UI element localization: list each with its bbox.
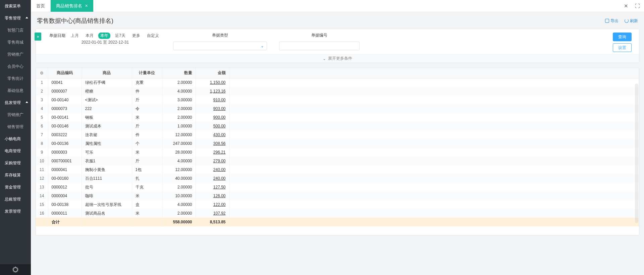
fullscreen-icon[interactable]: ⛶ — [634, 3, 641, 9]
cell-name: 超细一次性弓形牙线 — [82, 200, 132, 209]
cell-unit: 盒 — [132, 200, 162, 209]
sidebar-item-member-center[interactable]: 会员中心 — [0, 60, 31, 72]
query-button[interactable]: 查询 — [613, 33, 632, 41]
table-row[interactable]: 70003222连衣裙件12.00000430.00 — [36, 130, 639, 139]
cell-qty: 12.00000 — [162, 165, 196, 174]
expand-filters[interactable]: ⌄ 展开更多条件 — [36, 54, 639, 63]
table-row[interactable]: 130000012批号千克2.00000127.50 — [36, 183, 639, 191]
close-all-icon[interactable]: ✕ — [623, 3, 629, 9]
sidebar-item-purchase[interactable]: 采购管理 — [0, 157, 31, 169]
sidebar-item-invoice[interactable]: 发票管理 — [0, 205, 31, 217]
cell-qty: 2.00000 — [162, 113, 196, 122]
preset-this-year[interactable]: 本年 — [98, 33, 110, 39]
cell-code: 0000012 — [48, 183, 82, 191]
table-row[interactable]: 100041绿松石手镯克重2.000001,150.00 — [36, 78, 639, 87]
cell-idx: 1 — [36, 78, 48, 87]
sidebar-item-basic-info[interactable]: 基础信息 — [0, 85, 31, 97]
cell-amt[interactable]: 122.00 — [196, 200, 229, 209]
cell-amt[interactable]: 500.00 — [196, 122, 229, 130]
table-row[interactable]: 140000004咖啡米10.00000126.00 — [36, 191, 639, 200]
filter-collapse-toggle[interactable]: » — [35, 33, 41, 41]
cell-unit: 令 — [132, 104, 162, 113]
table-row[interactable]: 1500-00138超细一次性弓形牙线盒4.00000122.00 — [36, 200, 639, 209]
cell-spacer — [229, 191, 639, 200]
sidebar-section-retail[interactable]: 零售管理 — [0, 12, 31, 24]
cell-amt[interactable]: 900.00 — [196, 113, 229, 122]
table-row[interactable]: 300-00140<测试>斤3.00000910.00 — [36, 96, 639, 104]
table-row[interactable]: 110000041腌制小黄鱼1包12.00000240.00 — [36, 165, 639, 174]
sidebar-item-sales-mgmt[interactable]: 销售管理 — [0, 121, 31, 133]
cell-amt[interactable]: 1,123.16 — [196, 87, 229, 96]
cell-amt[interactable]: 107.92 — [196, 209, 229, 218]
sidebar-item-funds[interactable]: 资金管理 — [0, 181, 31, 193]
sidebar-item-ecom1[interactable]: 小畅电商 — [0, 133, 31, 145]
cell-amt[interactable]: 126.00 — [196, 191, 229, 200]
sidebar-item-marketing2[interactable]: 营销推广 — [0, 109, 31, 121]
th-code[interactable]: 商品编码 — [48, 68, 82, 78]
cell-idx: 2 — [36, 87, 48, 96]
table-row[interactable]: 20000007橙糖件4.000001,123.16 — [36, 87, 639, 96]
table-settings-icon[interactable]: ⚙ — [36, 68, 48, 78]
cell-name: 橙糖 — [82, 87, 132, 96]
cell-amt[interactable]: 308.56 — [196, 139, 229, 148]
chevron-down-icon: ⌄ — [261, 44, 264, 48]
cell-unit: 1包 — [132, 165, 162, 174]
preset-7days[interactable]: 近7天 — [113, 33, 127, 39]
no-input[interactable] — [279, 42, 360, 50]
cell-amt[interactable]: 910.00 — [196, 96, 229, 104]
cell-amt[interactable]: 430.00 — [196, 130, 229, 139]
table-row[interactable]: 1200-00160百合1111扎40.00000240.00 — [36, 174, 639, 183]
cell-amt[interactable]: 240.00 — [196, 165, 229, 174]
sidebar-item-ledger[interactable]: 总账管理 — [0, 193, 31, 205]
cell-amt[interactable]: 1,150.00 — [196, 78, 229, 87]
total-qty: 558.00000 — [162, 218, 196, 226]
export-icon — [605, 19, 609, 23]
settings-button[interactable]: 设置 — [613, 43, 632, 52]
type-select[interactable]: ⌄ — [173, 42, 267, 50]
th-amt[interactable]: 金额 — [196, 68, 229, 78]
scrollbar[interactable] — [635, 84, 638, 223]
sidebar-item-retail-stats[interactable]: 零售统计 — [0, 72, 31, 85]
table-row[interactable]: 160000011测试商品名米2.00000107.92 — [36, 209, 639, 218]
table-row[interactable]: 600-00146测试成本斤1.00000500.00 — [36, 122, 639, 130]
cell-qty: 2.00000 — [162, 183, 196, 191]
cell-amt[interactable]: 296.21 — [196, 148, 229, 157]
sidebar-item-retail-mall[interactable]: 零售商城 — [0, 36, 31, 48]
table-row[interactable]: 40000073222令2.00000903.00 — [36, 104, 639, 113]
sidebar-item-smart-store[interactable]: 智慧门店 — [0, 24, 31, 36]
table-row[interactable]: 500-00141钢板米2.00000900.00 — [36, 113, 639, 122]
tab-home[interactable]: 首页 — [31, 0, 51, 12]
sidebar-section-wholesale[interactable]: 批发管理 — [0, 97, 31, 109]
cell-qty: 247.00000 — [162, 139, 196, 148]
cell-unit: 个 — [132, 139, 162, 148]
preset-more[interactable]: 更多 — [130, 33, 142, 39]
preset-this-month[interactable]: 本月 — [84, 33, 96, 39]
sidebar-settings[interactable] — [0, 264, 31, 275]
table-row[interactable]: 800-00136属性属性个247.00000308.56 — [36, 139, 639, 148]
cell-amt[interactable]: 903.00 — [196, 104, 229, 113]
preset-last-month[interactable]: 上月 — [69, 33, 81, 39]
table-row[interactable]: 90000003可乐米28.00000296.21 — [36, 148, 639, 157]
preset-custom[interactable]: 自定义 — [145, 33, 161, 39]
cell-spacer — [229, 200, 639, 209]
sidebar-item-inventory[interactable]: 库存核算 — [0, 169, 31, 181]
sidebar-search[interactable]: 搜索菜单 — [0, 0, 31, 12]
close-icon[interactable]: ✕ — [85, 4, 88, 8]
th-unit[interactable]: 计量单位 — [132, 68, 162, 78]
cell-amt[interactable]: 127.50 — [196, 183, 229, 191]
cell-amt[interactable]: 279.00 — [196, 157, 229, 165]
export-button[interactable]: 导出 — [605, 18, 619, 24]
cell-unit: 件 — [132, 87, 162, 96]
cell-idx: 6 — [36, 122, 48, 130]
refresh-icon — [625, 19, 629, 23]
cell-amt[interactable]: 240.00 — [196, 174, 229, 183]
th-qty[interactable]: 数量 — [162, 68, 196, 78]
table-row[interactable]: 10000700001衣服1斤4.00000279.00 — [36, 157, 639, 165]
th-name[interactable]: 商品 — [82, 68, 132, 78]
cell-code: 0000011 — [48, 209, 82, 218]
tab-product-sales-rank[interactable]: 商品销售排名 ✕ — [51, 0, 94, 12]
refresh-button[interactable]: 刷新 — [625, 18, 638, 24]
sidebar-item-marketing[interactable]: 营销推广 — [0, 48, 31, 60]
table: ⚙ 商品编码 商品 计量单位 数量 金额 100041绿松石手镯克重2.0000… — [36, 68, 639, 235]
sidebar-item-ecom2[interactable]: 电商管理 — [0, 145, 31, 157]
